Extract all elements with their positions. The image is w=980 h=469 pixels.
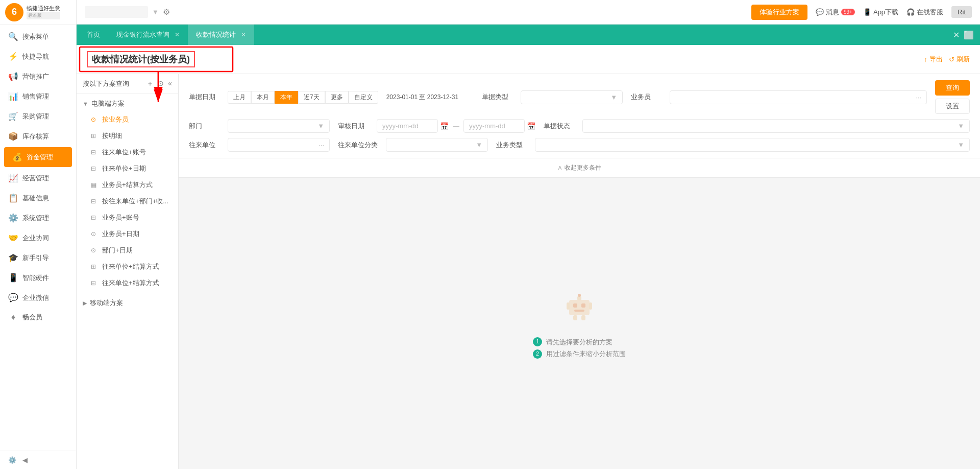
query-button[interactable]: 查询 [935,80,970,96]
salesman-date-icon: ⊙ [91,230,99,238]
sidebar-item-sales[interactable]: 📊 销售管理 [0,86,76,106]
refresh-label: 刷新 [957,55,970,64]
app-download-button[interactable]: 📱 App下载 [863,8,898,17]
system-icon: ⚙️ [8,213,18,223]
salesman-select[interactable]: ··· [670,90,927,104]
settings-icon[interactable]: ⚙ [163,7,170,17]
tab-cashflow[interactable]: 现金银行流水查询 ✕ [108,25,188,45]
tab-maximize-icon[interactable]: ⬜ [964,30,974,40]
refresh-button[interactable]: ↺ 刷新 [949,55,970,64]
type-select[interactable]: ▼ [521,90,623,104]
empty-state: 1 请先选择要分析的方案 2 用过滤条件来缩小分析范围 [179,178,980,469]
sidebar-item-quicknav[interactable]: ⚡ 快捷导航 [0,46,76,66]
partner-account-icon: ⊟ [91,149,99,156]
collapse-bar[interactable]: ∧ 收起更多条件 [179,158,980,178]
scheme-partner-dept-collect[interactable]: ⊟ 按往来单位+部门+收... [77,193,178,209]
add-scheme-icon[interactable]: ＋ [146,79,154,88]
scheme-partner-account[interactable]: ⊟ 往来单位+账号 [77,144,178,160]
sidebar-item-finance[interactable]: 💰 资金管理 [4,147,72,167]
empty-tip-1: 1 请先选择要分析的方案 [533,336,626,348]
empty-illustration [559,287,600,328]
sidebar-item-label: 资金管理 [27,153,53,162]
scheme-label: 业务员+账号 [102,213,139,222]
date-tab-lastmonth[interactable]: 上月 [228,91,251,104]
user-avatar[interactable]: Rit [951,6,972,18]
online-service-label: 在线客服 [917,8,943,17]
sidebar-item-collab[interactable]: 🤝 企业协同 [0,228,76,248]
partner-select[interactable]: ··· [228,138,330,152]
review-date-end[interactable]: yyyy-mm-dd [463,119,525,133]
review-date-start[interactable]: yyyy-mm-dd [377,119,438,133]
svg-rect-7 [589,302,592,310]
export-button[interactable]: ↑ 导出 [924,55,943,64]
message-icon: 💬 [816,8,824,16]
partner-settlement2-icon: ⊟ [91,279,99,287]
sidebar-item-search[interactable]: 🔍 搜索菜单 [0,27,76,46]
sidebar-item-marketing[interactable]: 📢 营销推广 [0,66,76,86]
scheme-partner-date[interactable]: ⊟ 往来单位+日期 [77,160,178,177]
biz-type-select[interactable]: ▼ [535,138,970,152]
scheme-label: 部门+日期 [102,246,133,255]
sidebar-item-guide[interactable]: 🎓 新手引导 [0,248,76,268]
salesman-more-icon[interactable]: ··· [916,93,921,101]
scheme-salesman-date[interactable]: ⊙ 业务员+日期 [77,226,178,242]
mobile-scheme-header[interactable]: ▶ 移动端方案 [77,295,178,311]
salesman-label: 业务员 [631,92,662,102]
sidebar-item-purchase[interactable]: 🛒 采购管理 [0,106,76,126]
settings-button[interactable]: 设置 [935,99,970,114]
scheme-partner-settlement1[interactable]: ⊞ 往来单位+结算方式 [77,259,178,275]
tab-home[interactable]: 首页 [77,25,108,45]
settings-footer-icon[interactable]: ⚙️ [8,456,16,464]
tab-collection[interactable]: 收款情况统计 ✕ [188,25,254,45]
collab-icon: 🤝 [8,233,18,243]
service-icon: 🎧 [906,8,915,16]
date-tab-custom[interactable]: 自定义 [349,91,378,104]
dept-label: 部门 [189,122,219,131]
trial-button[interactable]: 体验行业方案 [751,5,807,20]
scheme-salesman-account[interactable]: ⊟ 业务员+账号 [77,209,178,226]
sidebar-item-system[interactable]: ⚙️ 系统管理 [0,208,76,228]
partner-more-icon[interactable]: ··· [318,141,324,149]
sidebar-item-inventory[interactable]: 📦 库存核算 [0,126,76,146]
tree-expand-arrow: ▼ [83,101,88,107]
online-service-button[interactable]: 🎧 在线客服 [906,8,943,17]
tab-close-window-icon[interactable]: ✕ [953,30,960,40]
date-tab-thisyear[interactable]: 本年 [275,91,298,104]
dept-select[interactable]: ▼ [228,119,330,133]
member-icon: ♦ [8,313,18,322]
sidebar-item-member[interactable]: ♦ 畅会员 [0,308,76,327]
status-select[interactable]: ▼ [582,119,970,133]
biz-type-label: 业务类型 [496,140,527,150]
partner-category-select[interactable]: ▼ [386,138,488,152]
date-tab-thismonth[interactable]: 本月 [251,91,275,104]
date-tab-more[interactable]: 更多 [325,91,349,104]
sidebar-item-label: 采购管理 [22,112,49,121]
tab-home-label: 首页 [87,30,100,39]
sidebar-item-label: 经营管理 [22,174,49,183]
header-left: ▼ ⚙ [85,6,170,18]
collapse-panel-icon[interactable]: « [168,79,172,88]
svg-rect-4 [577,296,581,300]
date-tab-7days[interactable]: 近7天 [298,91,325,104]
tab-collection-close[interactable]: ✕ [241,31,246,38]
sidebar-item-basicinfo[interactable]: 📋 基础信息 [0,188,76,208]
tab-bar: 首页 现金银行流水查询 ✕ 收款情况统计 ✕ ✕ ⬜ [77,25,980,45]
sidebar-item-operations[interactable]: 📈 经营管理 [0,168,76,188]
scheme-settings-icon[interactable]: ⊙ [158,79,164,88]
scheme-by-detail[interactable]: ⊞ 按明细 [77,128,178,144]
sidebar-item-weixin[interactable]: 💬 企业微信 [0,288,76,308]
collapse-sidebar-icon[interactable]: ◀ [22,456,28,464]
filter-row-1: 单据日期 上月 本月 本年 近7天 更多 自定义 2023- [189,80,970,114]
scheme-partner-settlement2[interactable]: ⊟ 往来单位+结算方式 [77,275,178,291]
message-button[interactable]: 💬 消息 99+ [816,8,855,17]
tip-text-2: 用过滤条件来缩小分析范围 [546,348,626,360]
page-header: 收款情况统计(按业务员) ↑ 导出 ↺ 刷新 [77,45,980,74]
sidebar-item-hardware[interactable]: 📱 智能硬件 [0,268,76,288]
scheme-salesman-payment[interactable]: ▦ 业务员+结算方式 [77,177,178,193]
scheme-by-salesman[interactable]: ⊙ 按业务员 [77,111,178,128]
desktop-scheme-header[interactable]: ▼ 电脑端方案 [77,96,178,111]
tab-cashflow-close[interactable]: ✕ [175,31,180,38]
scheme-dept-date[interactable]: ⊙ 部门+日期 [77,242,178,259]
sidebar-item-label: 基础信息 [22,194,49,203]
quicknav-icon: ⚡ [8,52,18,61]
